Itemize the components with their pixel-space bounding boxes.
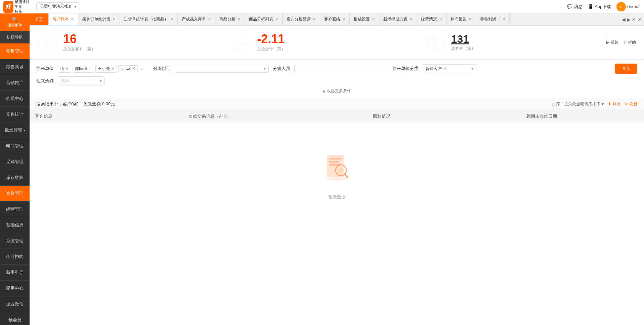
empty-state-row: 暂无数据 xyxy=(30,123,644,227)
top-bar: 好 畅捷通好生意 标版 母婴行业演示帐套 ▾ 💬 消息 📱 App下载 d de… xyxy=(0,0,644,13)
close-tag-chen[interactable]: ✕ xyxy=(88,66,92,71)
tab-close-purchase-order[interactable]: ✕ xyxy=(113,17,116,22)
collapse-button[interactable]: ∧ 收起更多条件 xyxy=(36,88,637,94)
tab-customers[interactable]: 客户账本 ✕ xyxy=(49,13,78,26)
sidebar-item-app-center[interactable]: 应用中心 xyxy=(0,280,30,296)
refresh-button[interactable]: ↻ 刷新 xyxy=(625,101,637,107)
close-tag-wang[interactable]: ✕ xyxy=(111,66,115,71)
tab-profit-report[interactable]: 利润报告 ✕ xyxy=(446,13,476,26)
tab-close-new-promotion[interactable]: ✕ xyxy=(410,17,413,22)
sidebar-item-marketing[interactable]: 营销推广 xyxy=(0,75,30,91)
tab-scroll-left[interactable]: ◀ xyxy=(622,17,626,22)
tab-product-instock[interactable]: 产成品入库单 ✕ xyxy=(178,13,215,26)
close-category-tag[interactable]: ✕ xyxy=(443,66,446,71)
sidebar-item-operations[interactable]: 经营管理 xyxy=(0,201,30,217)
tab-expand[interactable]: ⤢ xyxy=(637,17,641,22)
sort-label[interactable]: 排序：按欠款金额倒序排序 ▾ xyxy=(552,101,604,107)
th-overdue-info: 欠款交易信息（占比） xyxy=(183,110,368,123)
help-button[interactable]: ？ 帮助 xyxy=(622,40,636,45)
sidebar-item-system[interactable]: 系统管理 xyxy=(0,233,30,249)
category-label: 往来单位分类 xyxy=(392,66,419,72)
sidebar-item-vip-member[interactable]: 畅会员 xyxy=(0,312,30,325)
tab-close-customer-contact[interactable]: ✕ xyxy=(342,17,345,22)
sidebar-item-ecommerce[interactable]: 电商管理 xyxy=(0,138,30,154)
tab-close-promotion-settings[interactable]: ✕ xyxy=(372,17,375,22)
page-content: ¥ 16 总欠款客户（家） ◈ xyxy=(30,26,644,325)
filter-tag-cjttcw[interactable]: cjttcw ✕ xyxy=(118,65,138,72)
phone-icon: 📱 xyxy=(588,4,593,9)
tab-close-product-analysis[interactable]: ✕ xyxy=(238,17,241,22)
balance-label: 往来余额 xyxy=(36,78,54,84)
tab-close-product-analysis-list[interactable]: ✕ xyxy=(275,17,278,22)
tab-close-business-status[interactable]: ✕ xyxy=(439,17,442,22)
category-select[interactable]: 普通客户 ✕ ▾ xyxy=(423,64,476,73)
tab-close-all[interactable]: ✕ xyxy=(632,17,636,22)
sidebar-item-enterprise[interactable]: 企业协同 xyxy=(0,249,30,264)
balance-select[interactable]: 选择... ▾ xyxy=(58,76,105,85)
tab-home[interactable]: 首页 xyxy=(30,13,49,26)
user-menu[interactable]: d demo2 xyxy=(616,2,641,11)
dept-select-arrow: ▾ xyxy=(264,66,266,71)
dept-select[interactable]: ▾ xyxy=(175,65,269,73)
refresh-icon: ↻ xyxy=(625,102,628,106)
sidebar-item-basic-info[interactable]: 基础信息 xyxy=(0,217,30,233)
tab-purchase-order[interactable]: 采购订单统计表 ✕ xyxy=(78,13,120,26)
sidebar-item-enterprise-wechat[interactable]: 企业微信 xyxy=(0,296,30,312)
result-summary: 搜索结果中，客户0家 xyxy=(36,101,78,107)
tab-new-promotion[interactable]: 新增提成方案 ✕ xyxy=(379,13,417,26)
sidebar-item-inventory[interactable]: 库存核算 xyxy=(0,170,30,185)
category-tag[interactable]: 普通客户 ✕ xyxy=(426,66,446,72)
query-button[interactable]: 查询 xyxy=(615,64,637,74)
tab-close-retail-profit[interactable]: ✕ xyxy=(502,17,505,22)
sidebar-item-purchase[interactable]: 采购管理 xyxy=(0,154,30,170)
total-customers-label: 总客户（家） xyxy=(451,46,475,51)
app-download-button[interactable]: 📱 App下载 xyxy=(588,4,611,10)
tab-instock-stats[interactable]: 进货单统计表（按商品） ✕ xyxy=(120,13,178,26)
filter-tag-chen[interactable]: 陈民强 ✕ xyxy=(73,65,94,73)
result-amount: 欠款金额 0.00元 xyxy=(83,101,115,107)
person-select[interactable]: ··· xyxy=(294,65,388,72)
svg-point-10 xyxy=(327,177,347,181)
filter-tag-qiu[interactable]: 仇 ✕ xyxy=(58,65,71,73)
sidebar-item-retail-stats[interactable]: 零售统计 xyxy=(0,106,30,122)
filter-tag-wang[interactable]: 王小亮 ✕ xyxy=(95,65,117,73)
tab-close-product-instock[interactable]: ✕ xyxy=(208,17,211,22)
filter-tag-more[interactable]: ... xyxy=(139,66,146,72)
top-bar-right: 💬 消息 📱 App下载 d demo2 xyxy=(567,2,641,11)
tab-retail-profit[interactable]: 零售利润（ ✕ xyxy=(476,13,510,26)
close-tag-cjttcw[interactable]: ✕ xyxy=(132,66,135,71)
overdue-amount-number: -2.11 xyxy=(257,33,285,45)
tab-close-customers[interactable]: ✕ xyxy=(71,17,74,21)
sidebar-item-wholesale[interactable]: 批发管理 ▾ xyxy=(0,122,30,138)
tab-close-instock-stats[interactable]: ✕ xyxy=(170,17,173,22)
sidebar-item-finance[interactable]: 资金管理 xyxy=(0,185,30,201)
tab-product-analysis-list[interactable]: 商品分析列表 ✕ xyxy=(245,13,283,26)
svg-rect-9 xyxy=(432,42,433,43)
tab-product-analysis[interactable]: 商品分析 ✕ xyxy=(215,13,245,26)
video-button[interactable]: ▶ 视频 xyxy=(606,40,618,45)
tab-customer-contact[interactable]: 客户联络 ✕ xyxy=(320,13,350,26)
tab-business-status[interactable]: 经营情况 ✕ xyxy=(417,13,446,26)
tab-close-profit-report[interactable]: ✕ xyxy=(469,17,472,22)
stat-overdue-customers: ¥ 16 总欠款客户（家） xyxy=(38,32,218,52)
sidebar-item-retail[interactable]: 零售管理 xyxy=(0,43,30,59)
tab-scroll-right[interactable]: ▶ xyxy=(627,17,631,22)
logo-text: 畅捷通好生意 标版 xyxy=(15,0,33,14)
sidebar-item-member[interactable]: 会员中心 xyxy=(0,91,30,106)
sidebar-item-guide[interactable]: 新手引导 xyxy=(0,264,30,280)
close-tag-qiu[interactable]: ✕ xyxy=(66,66,69,71)
tab-close-customer-segment[interactable]: ✕ xyxy=(313,17,316,22)
sidebar-search[interactable]: 🔍 搜索菜单 xyxy=(0,13,30,31)
tab-promotion-settings[interactable]: 提成设置 ✕ xyxy=(350,13,379,26)
logo-icon: 好 xyxy=(3,1,13,13)
export-button[interactable]: ⬆ 导出 xyxy=(608,101,620,107)
tab-customer-segment[interactable]: 客户分层经营 ✕ xyxy=(283,13,320,26)
sidebar-quick-nav[interactable]: 快捷导航 xyxy=(0,31,30,43)
logo-area: 好 畅捷通好生意 标版 xyxy=(3,0,33,14)
search-icon: 🔍 xyxy=(0,17,30,22)
message-button[interactable]: 💬 消息 xyxy=(567,4,583,10)
svg-rect-7 xyxy=(432,38,433,40)
message-icon: 💬 xyxy=(567,4,572,9)
account-dropdown[interactable]: 母婴行业演示帐套 ▾ xyxy=(36,2,80,11)
sidebar-item-retail-mall[interactable]: 零售商城 xyxy=(0,59,30,75)
